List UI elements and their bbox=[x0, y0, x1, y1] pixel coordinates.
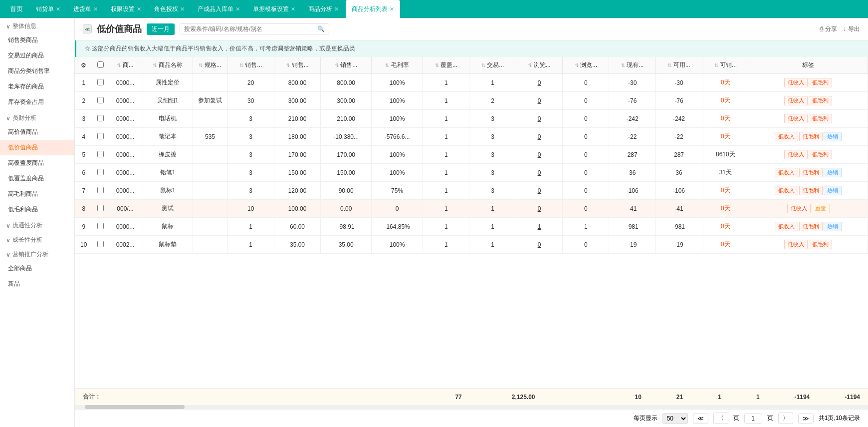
sidebar-group-liquidity[interactable]: ∨ 流通性分析 bbox=[0, 217, 74, 232]
nav-role-auth[interactable]: 角色授权 ✕ bbox=[148, 0, 191, 18]
nav-purchase-order[interactable]: 进货单 ✕ bbox=[67, 0, 104, 18]
col-header-check[interactable] bbox=[93, 57, 108, 74]
row-browse1[interactable]: 0 bbox=[516, 200, 562, 218]
sidebar-item-high-value[interactable]: 高价值商品 bbox=[0, 124, 74, 140]
nav-product-analysis[interactable]: 商品分析 ✕ bbox=[302, 0, 345, 18]
col-header-browse1[interactable]: ⇅ 浏览... bbox=[516, 57, 562, 74]
per-page-select[interactable]: 50 100 200 bbox=[662, 413, 688, 424]
row-checkbox-cell[interactable] bbox=[93, 128, 108, 146]
row-checkbox[interactable] bbox=[97, 205, 104, 211]
sidebar-item-all-products[interactable]: 全部商品 bbox=[0, 261, 74, 276]
row-checkbox-cell[interactable] bbox=[93, 74, 108, 92]
col-header-browse2[interactable]: ⇅ 浏览... bbox=[563, 57, 609, 74]
sidebar-item-old-stock[interactable]: 老库存的商品 bbox=[0, 79, 74, 94]
col-header-tags[interactable]: 标签 bbox=[749, 57, 868, 74]
sidebar-group-marketing[interactable]: ∨ 营销推广分析 bbox=[0, 246, 74, 261]
col-header-name[interactable]: ⇅ 商品名称 bbox=[143, 57, 193, 74]
close-icon[interactable]: ✕ bbox=[390, 6, 394, 12]
row-checkbox[interactable] bbox=[97, 97, 104, 103]
nav-permission[interactable]: 权限设置 ✕ bbox=[105, 0, 147, 18]
row-checkbox-cell[interactable] bbox=[93, 182, 108, 200]
prev-page-button[interactable]: 〈 bbox=[713, 413, 728, 424]
row-checkbox-cell[interactable] bbox=[93, 236, 108, 254]
col-header-available[interactable]: ⇅ 可用... bbox=[655, 57, 702, 74]
close-icon[interactable]: ✕ bbox=[235, 6, 240, 12]
search-input[interactable] bbox=[184, 25, 314, 32]
nav-product-warehouse[interactable]: 产成品入库单 ✕ bbox=[192, 0, 246, 18]
row-browse1[interactable]: 0 bbox=[516, 110, 562, 128]
close-icon[interactable]: ✕ bbox=[93, 6, 98, 12]
row-browse1[interactable]: 1 bbox=[516, 218, 562, 236]
row-spec: 参加复试 bbox=[193, 92, 227, 110]
close-icon[interactable]: ✕ bbox=[137, 6, 141, 12]
sidebar-item-high-coverage[interactable]: 高覆盖度商品 bbox=[0, 155, 74, 171]
sidebar-group-overall[interactable]: ∨ 整体信息 bbox=[0, 18, 74, 32]
row-browse1[interactable]: 0 bbox=[516, 164, 562, 182]
nav-sales-order[interactable]: 销货单 ✕ bbox=[30, 0, 66, 18]
col-header-sellable[interactable]: ⇅ 可销... bbox=[702, 57, 749, 74]
nav-template-settings[interactable]: 单据模板设置 ✕ bbox=[247, 0, 301, 18]
nav-home[interactable]: 首页 bbox=[4, 0, 29, 18]
row-checkbox-cell[interactable] bbox=[93, 200, 108, 218]
sidebar-item-low-value[interactable]: 低价值商品 bbox=[0, 140, 74, 155]
sidebar-group-growth[interactable]: ∨ 成长性分析 bbox=[0, 232, 74, 246]
share-button[interactable]: ⎙ 分享 bbox=[820, 25, 837, 33]
close-icon[interactable]: ✕ bbox=[180, 6, 185, 12]
row-checkbox[interactable] bbox=[97, 151, 104, 157]
col-header-code[interactable]: ⇅ 商... bbox=[108, 57, 143, 74]
row-checkbox-cell[interactable] bbox=[93, 92, 108, 110]
row-checkbox[interactable] bbox=[97, 187, 104, 193]
row-checkbox-cell[interactable] bbox=[93, 164, 108, 182]
col-header-spec[interactable]: ⇅ 规格... bbox=[193, 57, 227, 74]
row-checkbox[interactable] bbox=[97, 169, 104, 175]
close-icon[interactable]: ✕ bbox=[291, 6, 295, 12]
row-browse1[interactable]: 0 bbox=[516, 236, 562, 254]
row-number: 5 bbox=[75, 146, 93, 164]
page-number-input[interactable] bbox=[744, 414, 762, 424]
sidebar-item-low-coverage[interactable]: 低覆盖度商品 bbox=[0, 171, 74, 186]
row-checkbox[interactable] bbox=[97, 79, 104, 85]
col-header-stock[interactable]: ⇅ 现有... bbox=[609, 57, 655, 74]
first-page-button[interactable]: ≪ bbox=[693, 414, 708, 424]
col-header-settings[interactable]: ⚙ bbox=[75, 57, 93, 74]
row-browse1[interactable]: 0 bbox=[516, 92, 562, 110]
sidebar-group-finance[interactable]: ∨ 员财分析 bbox=[0, 110, 74, 124]
search-icon[interactable]: 🔍 bbox=[317, 25, 325, 32]
filter-recent-month-button[interactable]: 近一月 bbox=[147, 23, 175, 35]
col-header-coverage[interactable]: ⇅ 覆盖... bbox=[423, 57, 469, 74]
col-header-s1[interactable]: ⇅ 销售... bbox=[227, 57, 274, 74]
sidebar-item-sales-products[interactable]: 销售类商品 bbox=[0, 32, 74, 48]
row-checkbox[interactable] bbox=[97, 241, 104, 247]
row-checkbox-cell[interactable] bbox=[93, 218, 108, 236]
sidebar-item-stock-fund[interactable]: 库存资金占用 bbox=[0, 94, 74, 110]
col-header-trade[interactable]: ⇅ 交易... bbox=[469, 57, 516, 74]
last-page-button[interactable]: ≫ bbox=[798, 414, 814, 424]
row-browse1[interactable]: 0 bbox=[516, 128, 562, 146]
select-all-checkbox[interactable] bbox=[97, 61, 104, 68]
col-header-profit-rate[interactable]: ⇅ 毛利率 bbox=[372, 57, 423, 74]
row-browse1[interactable]: 0 bbox=[516, 182, 562, 200]
next-page-button[interactable]: 〉 bbox=[778, 413, 793, 424]
sidebar-item-traded-products[interactable]: 交易过的商品 bbox=[0, 48, 74, 63]
nav-product-analysis-list[interactable]: 商品分析列表 ✕ bbox=[346, 0, 400, 18]
row-checkbox[interactable] bbox=[97, 223, 104, 229]
row-checkbox[interactable] bbox=[97, 133, 104, 139]
close-icon[interactable]: ✕ bbox=[334, 6, 339, 12]
collapse-button[interactable]: ≪ bbox=[83, 24, 92, 33]
tag: 低收入 bbox=[775, 168, 798, 177]
close-icon[interactable]: ✕ bbox=[56, 6, 60, 12]
row-browse1[interactable]: 0 bbox=[516, 146, 562, 164]
row-browse1[interactable]: 0 bbox=[516, 74, 562, 92]
horizontal-scrollbar[interactable] bbox=[75, 405, 868, 409]
sidebar-item-new-products[interactable]: 新品 bbox=[0, 276, 74, 292]
sidebar-item-low-profit[interactable]: 低毛利商品 bbox=[0, 202, 74, 217]
scrollbar-thumb[interactable] bbox=[85, 405, 185, 409]
row-checkbox-cell[interactable] bbox=[93, 146, 108, 164]
row-checkbox-cell[interactable] bbox=[93, 110, 108, 128]
sidebar-item-category-sales[interactable]: 商品分类销售率 bbox=[0, 63, 74, 79]
col-header-s2[interactable]: ⇅ 销售... bbox=[274, 57, 320, 74]
export-button[interactable]: ↓ 导出 bbox=[843, 25, 860, 33]
sidebar-item-high-profit[interactable]: 高毛利商品 bbox=[0, 186, 74, 202]
col-header-s3[interactable]: ⇅ 销售... bbox=[321, 57, 372, 74]
row-checkbox[interactable] bbox=[97, 115, 104, 121]
